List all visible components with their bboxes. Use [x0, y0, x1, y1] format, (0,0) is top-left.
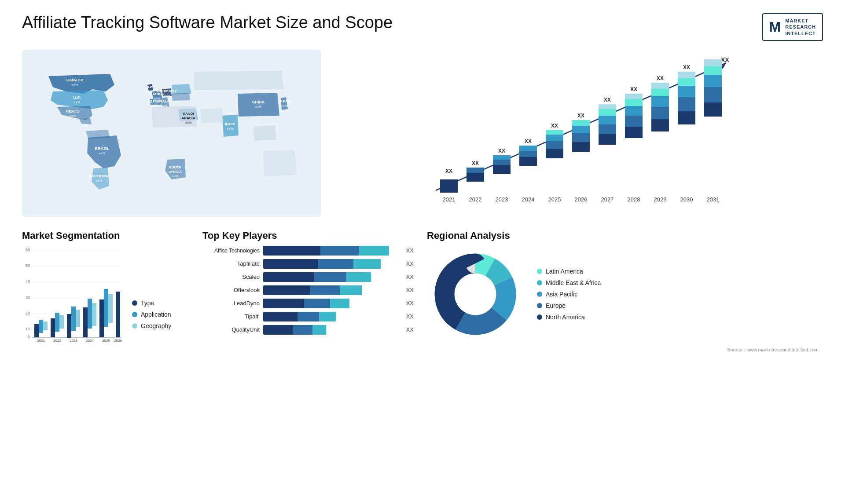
logo-letter: M — [769, 19, 781, 35]
player-bar-leaddyno — [263, 299, 400, 308]
svg-text:2026: 2026 — [575, 196, 588, 203]
svg-text:XX: XX — [604, 97, 611, 103]
svg-text:INDIA: INDIA — [225, 122, 236, 126]
svg-rect-63 — [599, 104, 616, 109]
player-xx-affise: XX — [406, 247, 414, 254]
bottom-row: Market Segmentation 60 50 40 30 20 10 0 — [0, 226, 845, 361]
svg-text:2025: 2025 — [548, 196, 561, 203]
legend-application: Application — [132, 311, 171, 318]
svg-rect-61 — [599, 116, 616, 124]
svg-text:2022: 2022 — [469, 196, 482, 203]
svg-rect-45 — [519, 157, 537, 166]
svg-rect-126 — [88, 299, 92, 329]
legend-app-dot — [132, 312, 137, 317]
svg-text:2022: 2022 — [53, 339, 61, 343]
svg-rect-60 — [599, 124, 616, 134]
svg-text:10: 10 — [26, 327, 30, 331]
svg-rect-81 — [678, 72, 695, 78]
donut-svg — [427, 246, 524, 343]
player-name-tapfiliate: Tapfiliate — [202, 260, 260, 267]
market-segmentation: Market Segmentation 60 50 40 30 20 10 0 — [22, 230, 189, 343]
svg-rect-79 — [678, 86, 695, 97]
legend-latin-dot — [537, 269, 542, 274]
bar-chart-svg: XX XX XX XX XX XX — [339, 50, 823, 217]
player-row-tapfiliate: Tapfiliate XX — [202, 259, 414, 269]
page-title: Affiliate Tracking Software Market Size … — [22, 13, 393, 32]
svg-rect-69 — [625, 94, 643, 99]
legend-geography: Geography — [132, 322, 171, 329]
svg-text:XX: XX — [498, 148, 505, 154]
svg-text:xx%: xx% — [96, 179, 102, 183]
player-name-affise: Affise Technologies — [202, 248, 260, 254]
player-xx-scaleo: XX — [406, 274, 414, 280]
legend-type: Type — [132, 299, 171, 307]
svg-text:2021: 2021 — [37, 339, 45, 343]
svg-rect-39 — [467, 168, 484, 173]
svg-text:xx%: xx% — [185, 121, 191, 124]
player-bar-tapfiliate — [263, 259, 400, 269]
svg-text:XX: XX — [657, 75, 664, 81]
svg-text:20: 20 — [26, 311, 30, 315]
svg-text:XX: XX — [630, 86, 637, 92]
legend-apac-dot — [537, 292, 542, 297]
legend-middle-east-africa: Middle East & Africa — [537, 279, 601, 286]
svg-rect-50 — [546, 141, 563, 149]
regional-content: Latin America Middle East & Africa Asia … — [427, 246, 823, 343]
svg-text:AFRICA: AFRICA — [169, 170, 182, 174]
svg-rect-115 — [43, 321, 48, 330]
svg-rect-127 — [92, 303, 96, 326]
svg-rect-87 — [704, 59, 722, 66]
svg-rect-62 — [599, 109, 616, 116]
seg-legend: Type Application Geography — [132, 299, 171, 343]
svg-text:2021: 2021 — [443, 196, 456, 203]
svg-text:XX: XX — [683, 64, 690, 70]
svg-text:XX: XX — [721, 56, 729, 63]
player-name-tipalti: Tipalti — [202, 313, 260, 320]
svg-text:2027: 2027 — [601, 196, 614, 203]
svg-text:ITALY: ITALY — [159, 99, 169, 103]
regional-analysis: Regional Analysis — [427, 230, 823, 352]
svg-text:MEXICO: MEXICO — [66, 110, 80, 113]
svg-point-141 — [456, 275, 495, 314]
svg-text:U.K.: U.K. — [147, 85, 154, 89]
svg-rect-78 — [678, 97, 695, 111]
svg-text:2026: 2026 — [114, 339, 122, 343]
svg-rect-71 — [651, 119, 669, 131]
top-players: Top Key Players Affise Technologies XX T… — [202, 230, 414, 338]
svg-rect-122 — [71, 307, 76, 331]
svg-rect-56 — [572, 126, 590, 133]
svg-text:xx%: xx% — [73, 100, 80, 104]
legend-na-dot — [537, 314, 542, 320]
legend-latin-america: Latin America — [537, 268, 601, 275]
svg-text:xx%: xx% — [172, 174, 178, 178]
player-bar-affise — [263, 246, 400, 256]
svg-text:xx%: xx% — [227, 127, 233, 131]
svg-text:U.S.: U.S. — [73, 95, 81, 100]
player-row-offerslook: Offerslook XX — [202, 285, 414, 295]
source-text: Source : www.marketresearchintellect.com — [427, 347, 823, 352]
svg-rect-84 — [704, 87, 722, 102]
svg-text:30: 30 — [26, 295, 30, 299]
svg-rect-52 — [546, 130, 563, 135]
svg-rect-77 — [678, 111, 695, 124]
player-bar-qualityunit — [263, 325, 400, 335]
svg-rect-83 — [704, 102, 722, 117]
svg-rect-41 — [493, 165, 511, 174]
svg-text:xx%: xx% — [152, 104, 158, 108]
svg-rect-121 — [67, 314, 71, 338]
regional-title: Regional Analysis — [427, 230, 823, 241]
svg-text:XX: XX — [551, 123, 558, 129]
svg-rect-47 — [519, 146, 537, 151]
player-bar-tipalti — [263, 312, 400, 321]
svg-rect-54 — [572, 142, 590, 152]
svg-text:2024: 2024 — [522, 196, 535, 203]
regional-legend: Latin America Middle East & Africa Asia … — [537, 268, 601, 321]
svg-rect-130 — [104, 289, 108, 327]
svg-rect-49 — [546, 149, 563, 158]
legend-europe: Europe — [537, 302, 601, 309]
svg-rect-123 — [76, 310, 80, 327]
svg-rect-66 — [625, 116, 643, 127]
svg-rect-46 — [519, 151, 537, 157]
svg-rect-117 — [51, 318, 55, 337]
player-row-affise: Affise Technologies XX — [202, 246, 414, 256]
